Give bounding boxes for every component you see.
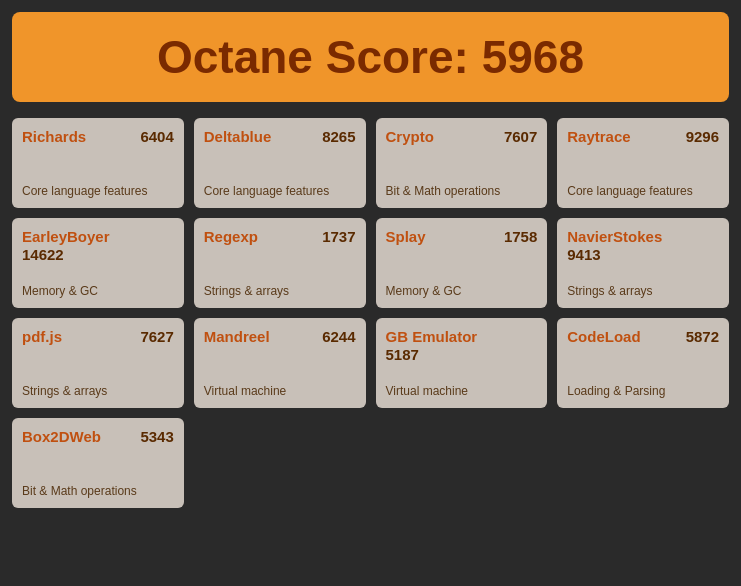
card-name-crypto: Crypto xyxy=(386,128,434,146)
card-earleyboyer: EarleyBoyer 14622 Memory & GC xyxy=(12,218,184,308)
card-richards: Richards 6404 Core language features xyxy=(12,118,184,208)
card-name-mandreel: Mandreel xyxy=(204,328,270,346)
card-score-regexp: 1737 xyxy=(322,228,355,245)
card-gbemulator: GB Emulator 5187 Virtual machine xyxy=(376,318,548,408)
card-name-splay: Splay xyxy=(386,228,426,246)
card-mandreel: Mandreel 6244 Virtual machine xyxy=(194,318,366,408)
card-regexp: Regexp 1737 Strings & arrays xyxy=(194,218,366,308)
card-score-mandreel: 6244 xyxy=(322,328,355,345)
card-name-deltablue: Deltablue xyxy=(204,128,272,146)
card-score-crypto: 7607 xyxy=(504,128,537,145)
card-score-box2dweb: 5343 xyxy=(140,428,173,445)
card-name-codeload: CodeLoad xyxy=(567,328,640,346)
card-name-earleyboyer: EarleyBoyer xyxy=(22,228,110,246)
card-desc-mandreel: Virtual machine xyxy=(204,384,356,398)
card-desc-box2dweb: Bit & Math operations xyxy=(22,484,174,498)
card-name-gbemulator: GB Emulator xyxy=(386,328,478,346)
benchmark-grid: Richards 6404 Core language features Del… xyxy=(12,118,729,508)
card-score-navierstokes: 9413 xyxy=(567,246,600,263)
card-score-earleyboyer: 14622 xyxy=(22,246,64,263)
card-name-richards: Richards xyxy=(22,128,86,146)
card-score-pdfjs: 7627 xyxy=(140,328,173,345)
card-desc-splay: Memory & GC xyxy=(386,284,538,298)
card-desc-crypto: Bit & Math operations xyxy=(386,184,538,198)
card-score-splay: 1758 xyxy=(504,228,537,245)
card-desc-navierstokes: Strings & arrays xyxy=(567,284,719,298)
card-desc-codeload: Loading & Parsing xyxy=(567,384,719,398)
card-pdfjs: pdf.js 7627 Strings & arrays xyxy=(12,318,184,408)
card-desc-deltablue: Core language features xyxy=(204,184,356,198)
card-name-raytrace: Raytrace xyxy=(567,128,630,146)
card-name-box2dweb: Box2DWeb xyxy=(22,428,101,446)
card-score-deltablue: 8265 xyxy=(322,128,355,145)
card-desc-richards: Core language features xyxy=(22,184,174,198)
card-crypto: Crypto 7607 Bit & Math operations xyxy=(376,118,548,208)
card-raytrace: Raytrace 9296 Core language features xyxy=(557,118,729,208)
card-deltablue: Deltablue 8265 Core language features xyxy=(194,118,366,208)
card-desc-gbemulator: Virtual machine xyxy=(386,384,538,398)
card-name-pdfjs: pdf.js xyxy=(22,328,62,346)
card-score-gbemulator: 5187 xyxy=(386,346,419,363)
card-score-raytrace: 9296 xyxy=(686,128,719,145)
card-name-regexp: Regexp xyxy=(204,228,258,246)
card-score-codeload: 5872 xyxy=(686,328,719,345)
card-splay: Splay 1758 Memory & GC xyxy=(376,218,548,308)
card-navierstokes: NavierStokes 9413 Strings & arrays xyxy=(557,218,729,308)
card-desc-earleyboyer: Memory & GC xyxy=(22,284,174,298)
card-score-richards: 6404 xyxy=(140,128,173,145)
card-desc-pdfjs: Strings & arrays xyxy=(22,384,174,398)
header-title: Octane Score: 5968 xyxy=(157,31,584,83)
card-box2dweb: Box2DWeb 5343 Bit & Math operations xyxy=(12,418,184,508)
header-banner: Octane Score: 5968 xyxy=(12,12,729,102)
card-codeload: CodeLoad 5872 Loading & Parsing xyxy=(557,318,729,408)
card-desc-regexp: Strings & arrays xyxy=(204,284,356,298)
card-name-navierstokes: NavierStokes xyxy=(567,228,662,246)
card-desc-raytrace: Core language features xyxy=(567,184,719,198)
